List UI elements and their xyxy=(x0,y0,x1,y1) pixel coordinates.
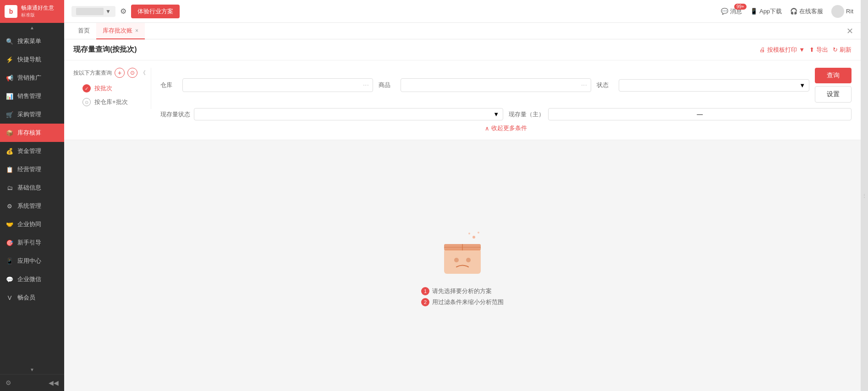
sidebar-item-marketing[interactable]: 📢 营销推广 xyxy=(0,69,64,87)
export-button[interactable]: ⬆ 导出 xyxy=(809,46,828,54)
sidebar-item-operation[interactable]: 📋 经营管理 xyxy=(0,160,64,179)
sidebar-item-label: 应用中心 xyxy=(17,257,41,265)
status-label: 状态 xyxy=(597,81,615,89)
scheme-warehouse-icon: ⊙ xyxy=(82,98,91,106)
page-content-area: 现存量查询(按批次) 🖨 按模板打印 ▼ ⬆ 导出 ↻ 刷新 xyxy=(64,39,861,391)
finance-icon: 💰 xyxy=(5,147,14,155)
user-name: Rit xyxy=(846,8,853,15)
print-button[interactable]: 🖨 按模板打印 ▼ xyxy=(759,46,805,54)
tip-num-2: 2 xyxy=(421,298,429,306)
sidebar-item-label: 企业协同 xyxy=(17,220,41,228)
sidebar-item-quick[interactable]: ⚡ 快捷导航 xyxy=(0,50,64,69)
sidebar-item-label: 经营管理 xyxy=(17,165,41,174)
sidebar-scroll-up[interactable]: ▲ xyxy=(0,23,64,32)
sidebar-item-enterprise[interactable]: 🤝 企业协同 xyxy=(0,215,64,234)
app-download-button[interactable]: 📱 App下载 xyxy=(750,7,782,16)
config-icon: ⊙ xyxy=(130,70,135,76)
app-logo: b xyxy=(5,5,17,18)
sidebar-item-label: 快捷导航 xyxy=(17,55,41,64)
sidebar-item-app-center[interactable]: 📱 应用中心 xyxy=(0,252,64,270)
inventory-icon: 📦 xyxy=(5,129,14,137)
operation-icon: 📋 xyxy=(5,165,14,174)
dropdown-arrow-icon: ▼ xyxy=(105,8,111,15)
stock-status-select[interactable]: ▼ xyxy=(194,108,503,120)
sidebar-scroll-down[interactable]: ▼ xyxy=(0,365,64,374)
sidebar-item-vip[interactable]: V 畅会员 xyxy=(0,288,64,307)
sidebar-item-label: 系统管理 xyxy=(17,202,41,210)
tab-close-icon[interactable]: × xyxy=(135,27,138,34)
stock-qty-range[interactable]: — xyxy=(548,108,852,120)
tip-text-2: 用过滤条件来缩小分析范围 xyxy=(432,298,504,306)
refresh-button[interactable]: ↻ 刷新 xyxy=(833,46,852,54)
sidebar-item-wechat[interactable]: 💬 企业微信 xyxy=(0,270,64,288)
sidebar-item-newbie[interactable]: 🎯 新手引导 xyxy=(0,234,64,252)
export-icon: ⬆ xyxy=(809,46,814,53)
scheme-item-warehouse-batch[interactable]: ⊙ 按仓库+批次 xyxy=(73,95,146,109)
stock-status-field: 现存量状态 ▼ xyxy=(160,108,503,120)
refresh-label: 刷新 xyxy=(840,46,852,54)
trial-industry-button[interactable]: 体验行业方案 xyxy=(131,5,180,18)
product-dots: ··· xyxy=(581,81,587,89)
stock-qty-max[interactable] xyxy=(707,111,743,118)
marketing-icon: 📢 xyxy=(5,74,14,82)
sidebar-item-finance[interactable]: 💰 资金管理 xyxy=(0,142,64,160)
query-button[interactable]: 查询 xyxy=(815,68,852,83)
right-panel[interactable]: ⋮ xyxy=(861,0,868,391)
topbar-dropdown[interactable]: ▼ xyxy=(71,6,115,17)
settings-footer-icon[interactable]: ⚙ xyxy=(5,379,11,386)
settings-button[interactable]: 设置 xyxy=(815,86,852,103)
filter-add-button[interactable]: + xyxy=(115,68,125,78)
export-label: 导出 xyxy=(816,46,828,54)
sidebar-item-label: 新手引导 xyxy=(17,239,41,247)
filter-title: 按以下方案查询 xyxy=(73,69,112,77)
empty-state: 1 请先选择要分析的方案 2 用过滤条件来缩小分析范围 xyxy=(64,140,861,391)
tip-text-1: 请先选择要分析的方案 xyxy=(432,287,492,295)
scheme-item-batch[interactable]: ✓ 按批次 xyxy=(73,81,146,95)
stock-qty-label: 现存量（主） xyxy=(509,110,544,119)
filter-config-button[interactable]: ⊙ xyxy=(127,68,137,78)
filter-collapse-icon[interactable]: 《 xyxy=(140,69,146,77)
purchase-icon: 🛒 xyxy=(5,110,14,119)
online-service-button[interactable]: 🎧 在线客服 xyxy=(790,7,823,16)
warehouse-input[interactable]: ··· xyxy=(182,78,373,92)
scheme-batch-label: 按批次 xyxy=(94,84,112,92)
user-menu-button[interactable]: Rit xyxy=(831,5,853,18)
sidebar-item-system[interactable]: ⚙ 系统管理 xyxy=(0,197,64,215)
sidebar-item-label: 营销推广 xyxy=(17,74,41,82)
svg-point-5 xyxy=(466,258,471,262)
sales-icon: 📊 xyxy=(5,92,14,100)
empty-svg xyxy=(435,223,490,278)
product-input[interactable]: ··· xyxy=(401,78,591,92)
status-select[interactable]: ▼ xyxy=(619,79,809,92)
sidebar-nav: 🔍 搜索菜单 ⚡ 快捷导航 📢 营销推广 📊 销售管理 🛒 采购管理 📦 库存核… xyxy=(0,32,64,365)
tab-active-label: 库存批次账 xyxy=(103,27,132,35)
wechat-icon: 💬 xyxy=(5,275,14,283)
tab-panel-close-icon[interactable]: ✕ xyxy=(846,26,853,36)
stock-status-label: 现存量状态 xyxy=(160,110,190,119)
stock-qty-min[interactable] xyxy=(657,111,693,118)
sidebar-item-label: 资金管理 xyxy=(17,147,41,155)
topbar-left: ▼ ⚙ 体验行业方案 xyxy=(71,5,180,18)
app-center-icon: 📱 xyxy=(5,257,14,265)
sidebar-item-label: 基础信息 xyxy=(17,184,41,192)
tab-inventory-batch[interactable]: 库存批次账 × xyxy=(96,23,145,39)
sidebar-item-inventory[interactable]: 📦 库存核算 xyxy=(0,124,64,142)
sidebar-item-basic[interactable]: 🗂 基础信息 xyxy=(0,179,64,197)
sidebar: b 畅康通好生意 标准版 ▲ 🔍 搜索菜单 ⚡ 快捷导航 📢 营销推广 📊 销售… xyxy=(0,0,64,391)
topbar-settings-icon[interactable]: ⚙ xyxy=(120,7,126,16)
quick-icon: ⚡ xyxy=(5,55,14,64)
filter-section: 按以下方案查询 + ⊙ 《 ✓ 按批次 ⊙ xyxy=(64,60,861,140)
empty-tips: 1 请先选择要分析的方案 2 用过滤条件来缩小分析范围 xyxy=(421,286,504,308)
svg-point-7 xyxy=(478,232,479,234)
right-panel-handle-icon: ⋮ xyxy=(862,193,867,198)
print-label: 按模板打印 xyxy=(767,46,797,54)
topbar-right: 💬 消息 99+ 📱 App下载 🎧 在线客服 Rit xyxy=(721,5,853,18)
tab-home[interactable]: 首页 xyxy=(71,23,96,39)
sidebar-item-search[interactable]: 🔍 搜索菜单 xyxy=(0,32,64,50)
collapse-more-button[interactable]: ∧ 收起更多条件 xyxy=(160,124,852,132)
sidebar-item-sales[interactable]: 📊 销售管理 xyxy=(0,87,64,105)
messages-button[interactable]: 💬 消息 99+ xyxy=(721,7,742,16)
sidebar-item-purchase[interactable]: 🛒 采购管理 xyxy=(0,105,64,124)
scheme-warehouse-label: 按仓库+批次 xyxy=(94,98,128,106)
collapse-sidebar-icon[interactable]: ◀◀ xyxy=(49,379,59,386)
